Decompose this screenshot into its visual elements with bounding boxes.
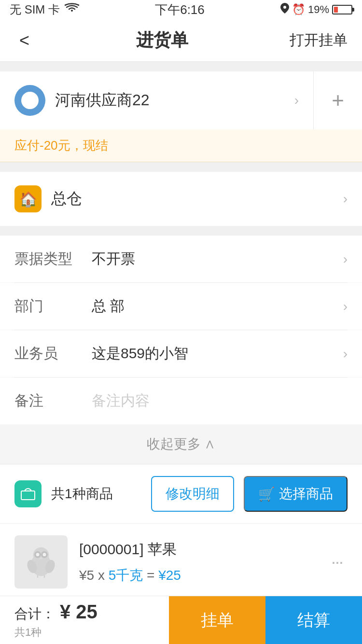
checkout-button[interactable]: 结算 bbox=[265, 596, 362, 644]
open-pending-button[interactable]: 打开挂单 bbox=[290, 30, 348, 50]
product-icon bbox=[14, 480, 42, 507]
product-quantity: 5千克 bbox=[109, 568, 147, 583]
product-name-text: 苹果 bbox=[148, 541, 177, 557]
department-label: 部门 bbox=[14, 296, 92, 316]
remarks-label: 备注 bbox=[14, 391, 92, 411]
multiply-sign: x bbox=[98, 568, 109, 583]
status-time: 下午6:16 bbox=[155, 1, 205, 18]
product-count: 共1种商品 bbox=[51, 485, 151, 503]
svg-point-0 bbox=[283, 6, 286, 9]
product-details: [0000001] 苹果 ¥5 x 5千克 = ¥25 bbox=[79, 540, 315, 585]
add-supplier-button[interactable]: + bbox=[314, 71, 362, 129]
product-header: 共1种商品 修改明细 🛒 选择商品 bbox=[0, 464, 362, 523]
svg-rect-1 bbox=[21, 491, 35, 500]
salesperson-row[interactable]: 业务员 这是859的小智 › bbox=[0, 330, 362, 377]
supplier-avatar bbox=[14, 85, 45, 116]
invoice-type-value: 不开票 bbox=[92, 249, 343, 269]
supplier-select[interactable]: 河南供应商22 › bbox=[0, 71, 314, 129]
collapse-button[interactable]: 收起更多 ∧ bbox=[0, 424, 362, 464]
location-icon bbox=[280, 3, 289, 16]
supplier-name: 河南供应商22 bbox=[55, 90, 294, 111]
invoice-type-chevron-icon: › bbox=[343, 252, 348, 267]
svg-point-6 bbox=[36, 553, 40, 556]
product-more-button[interactable]: ··· bbox=[326, 547, 348, 577]
department-chevron-icon: › bbox=[343, 299, 348, 314]
invoice-type-label: 票据类型 bbox=[14, 249, 92, 269]
status-bar: 无 SIM 卡 下午6:16 ⏰ 19% bbox=[0, 0, 362, 19]
avatar-inner bbox=[21, 92, 39, 109]
product-code: [0000001] bbox=[79, 541, 143, 557]
back-button[interactable]: < bbox=[14, 26, 34, 56]
salesperson-chevron-icon: › bbox=[343, 346, 348, 362]
battery-percentage: 19% bbox=[308, 3, 329, 16]
alarm-icon: ⏰ bbox=[292, 3, 305, 16]
remarks-row[interactable]: 备注 备注内容 bbox=[0, 378, 362, 424]
pending-button[interactable]: 挂单 bbox=[169, 596, 265, 644]
equals-sign: = bbox=[147, 568, 158, 583]
salesperson-value: 这是859的小智 bbox=[92, 344, 343, 364]
select-product-button[interactable]: 🛒 选择商品 bbox=[244, 476, 348, 512]
wifi-icon bbox=[65, 3, 79, 16]
product-price-row: ¥5 x 5千克 = ¥25 bbox=[79, 566, 315, 585]
footer: 合计： ¥ 25 共1种 挂单 结算 bbox=[0, 596, 362, 644]
status-right-group: ⏰ 19% bbox=[280, 3, 352, 16]
supplier-section: 河南供应商22 › + bbox=[0, 71, 362, 129]
total-amount: ¥ 25 bbox=[60, 601, 97, 623]
collapse-label: 收起更多 ∧ bbox=[147, 435, 216, 453]
remarks-value: 备注内容 bbox=[92, 391, 348, 411]
total-label: 合计： bbox=[14, 605, 55, 623]
salesperson-label: 业务员 bbox=[14, 344, 92, 364]
warehouse-name: 总仓 bbox=[51, 188, 343, 210]
divider-top bbox=[0, 62, 362, 71]
svg-point-7 bbox=[43, 553, 46, 556]
product-card: [0000001] 苹果 ¥5 x 5千克 = ¥25 ··· bbox=[0, 523, 362, 600]
status-carrier: 无 SIM 卡 bbox=[10, 2, 79, 17]
department-value: 总 部 bbox=[92, 296, 343, 316]
warehouse-icon: 🏠 bbox=[14, 185, 42, 212]
cart-icon: 🛒 bbox=[258, 486, 275, 502]
product-name: [0000001] 苹果 bbox=[79, 540, 315, 560]
select-product-label: 选择商品 bbox=[279, 485, 333, 503]
supplier-chevron-icon: › bbox=[294, 93, 299, 108]
page-title: 进货单 bbox=[136, 28, 188, 52]
product-total: ¥25 bbox=[158, 568, 181, 583]
total-count: 共1种 bbox=[14, 625, 154, 640]
warehouse-chevron-icon: › bbox=[343, 191, 348, 207]
footer-total-section: 合计： ¥ 25 共1种 bbox=[0, 596, 169, 644]
supplier-notice: 应付-20元，现结 bbox=[0, 129, 362, 162]
nav-bar: < 进货单 打开挂单 bbox=[0, 19, 362, 62]
warehouse-select[interactable]: 🏠 总仓 › bbox=[0, 172, 362, 226]
carrier-text: 无 SIM 卡 bbox=[10, 2, 60, 17]
battery-icon bbox=[332, 5, 352, 14]
invoice-type-row[interactable]: 票据类型 不开票 › bbox=[0, 236, 362, 282]
product-thumbnail bbox=[14, 535, 68, 588]
divider-1 bbox=[0, 162, 362, 172]
department-row[interactable]: 部门 总 部 › bbox=[0, 283, 362, 330]
total-row: 合计： ¥ 25 bbox=[14, 601, 154, 623]
divider-2 bbox=[0, 226, 362, 236]
edit-detail-button[interactable]: 修改明细 bbox=[151, 476, 234, 512]
product-unit-price: ¥5 bbox=[79, 568, 94, 583]
